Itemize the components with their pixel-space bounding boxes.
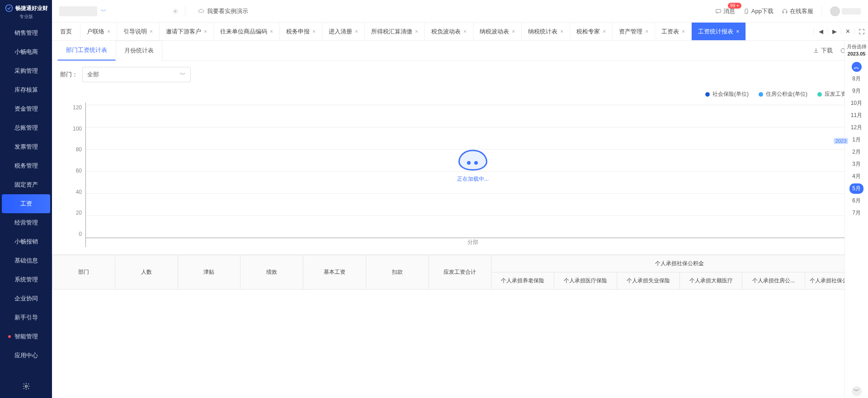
tab-9[interactable]: 纳税统计表× [522,23,570,40]
app-download-button[interactable]: App下载 [743,7,774,15]
tab-close-icon[interactable]: × [204,28,207,35]
chevron-down-icon: ﹀ [101,7,107,15]
sidebar-item-label: 库存核算 [14,86,38,93]
table-subheader: 个人承担大额医疗 [679,272,742,290]
table-header: 津贴 [178,255,241,290]
sidebar-item-label: 新手引导 [14,314,38,321]
user-menu[interactable] [830,6,861,16]
sidebar-item-3[interactable]: 库存核算 [0,80,52,99]
tab-10[interactable]: 税检专家× [570,23,613,40]
month-item-1[interactable]: 9月 [849,86,863,96]
tab-close-icon[interactable]: × [312,28,316,35]
sidebar-item-2[interactable]: 采购管理 [0,61,52,80]
tab-close-icon[interactable]: × [645,28,648,35]
gear-icon[interactable] [172,8,179,14]
month-scroll-down[interactable]: ︾ [852,386,862,396]
sidebar-item-6[interactable]: 发票管理 [0,137,52,156]
subtab-1[interactable]: 月份统计表 [116,41,162,61]
tab-label: 资产管理 [619,28,642,36]
sidebar-item-16[interactable]: 智能管理 [0,327,52,346]
month-item-6[interactable]: 2月 [849,147,863,157]
settings-button[interactable] [0,376,52,398]
tab-close-icon[interactable]: × [270,28,273,35]
legend-item[interactable]: 社会保险(单位) [705,90,749,98]
sidebar-item-7[interactable]: 税务管理 [0,156,52,175]
table-subheader: 个人承担医疗保险 [554,272,617,290]
month-item-3[interactable]: 11月 [848,110,865,121]
tab-12[interactable]: 工资表× [655,23,692,40]
demo-link[interactable]: 我要看实例演示 [198,7,248,15]
month-item-9[interactable]: 5月 [849,183,863,194]
message-button[interactable]: 消息 99 + [715,7,735,15]
tab-0[interactable]: 户联络× [80,23,117,40]
svg-point-5 [746,12,746,13]
tab-label: 税检专家 [576,28,600,36]
sidebar-item-10[interactable]: 经营管理 [0,213,52,232]
tab-close-icon[interactable]: × [107,28,110,35]
tab-3[interactable]: 往来单位商品编码× [214,23,280,40]
sidebar-item-label: 发票管理 [14,143,38,150]
month-scroll-up[interactable]: ︽ [852,62,862,72]
tab-close-icon[interactable]: × [560,28,563,35]
month-item-10[interactable]: 6月 [849,196,863,206]
tab-scroll-right[interactable]: ▶ [827,28,841,35]
tab-close-icon[interactable]: × [463,28,467,35]
tab-7[interactable]: 税负波动表× [425,23,473,40]
sidebar-item-11[interactable]: 小畅报销 [0,232,52,251]
sidebar-item-15[interactable]: 新手引导 [0,308,52,327]
sidebar-item-4[interactable]: 资金管理 [0,99,52,118]
tab-2[interactable]: 邀请下游客户× [160,23,214,40]
legend-item[interactable]: 住房公积金(单位) [759,90,807,98]
sidebar-item-label: 销售管理 [14,29,38,36]
tab-close-icon[interactable]: × [682,28,685,35]
side-nav: 销售管理小畅电商采购管理库存核算资金管理总账管理发票管理税务管理固定资产工资经营… [0,23,52,376]
sidebar-item-1[interactable]: 小畅电商 [0,42,52,61]
tab-13[interactable]: 工资统计报表× [692,23,746,40]
month-item-0[interactable]: 8月 [849,74,863,84]
month-item-8[interactable]: 4月 [849,171,863,182]
sidebar-item-9[interactable]: 工资 [2,194,50,213]
sidebar-item-12[interactable]: 基础信息 [0,251,52,270]
tab-4[interactable]: 税务申报× [280,23,322,40]
tab-scroll-left[interactable]: ◀ [814,28,827,35]
tab-close-icon[interactable]: × [512,28,515,35]
tab-close-icon[interactable]: × [603,28,606,35]
month-item-4[interactable]: 12月 [848,122,865,133]
month-item-5[interactable]: 1月 [849,135,863,145]
sidebar-item-5[interactable]: 总账管理 [0,118,52,137]
fullscreen-button[interactable] [854,28,868,35]
month-item-2[interactable]: 10月 [848,98,865,108]
tab-6[interactable]: 所得税汇算清缴× [365,23,425,40]
subtab-0[interactable]: 部门工资统计表 [57,41,116,61]
tab-1[interactable]: 引导说明× [117,23,160,40]
legend-swatch [817,92,822,97]
user-name-placeholder [842,8,861,14]
tab-close-icon[interactable]: × [415,28,418,35]
tab-close-icon[interactable]: × [736,28,739,35]
month-item-7[interactable]: 3月 [849,159,863,169]
online-service-label: 在线客服 [790,7,813,15]
online-service-button[interactable]: 在线客服 [782,7,813,15]
tab-close-all[interactable]: ✕ [841,28,854,35]
department-select[interactable]: 全部 ﹀ [82,67,191,82]
sidebar-item-8[interactable]: 固定资产 [0,175,52,194]
tab-8[interactable]: 纳税波动表× [473,23,522,40]
svg-rect-3 [716,9,721,12]
month-item-11[interactable]: 7月 [849,208,863,218]
tab-11[interactable]: 资产管理× [613,23,655,40]
tab-label: 所得税汇算清缴 [371,28,412,36]
sidebar-item-14[interactable]: 企业协同 [0,289,52,308]
sidebar-item-0[interactable]: 销售管理 [0,23,52,42]
download-button[interactable]: 下载 [813,47,833,55]
tab-close-icon[interactable]: × [150,28,153,35]
tab-home[interactable]: 首页 [52,23,80,40]
tab-5[interactable]: 进入清册× [322,23,365,40]
tab-close-icon[interactable]: × [355,28,358,35]
chart-legend: 社会保险(单位)住房公积金(单位)应发工资总额 [60,89,860,103]
sidebar-item-17[interactable]: 应用中心 [0,346,52,365]
org-selector[interactable]: ﹀ [59,6,168,16]
svg-point-0 [5,5,12,12]
legend-label: 社会保险(单位) [712,90,749,98]
loading-text: 正在加载中... [457,175,489,183]
sidebar-item-13[interactable]: 系统管理 [0,270,52,289]
